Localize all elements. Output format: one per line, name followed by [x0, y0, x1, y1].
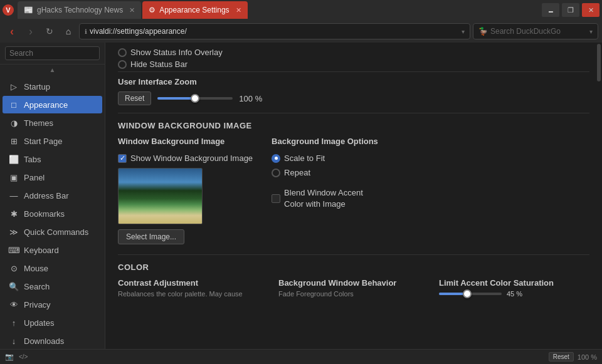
sidebar-item-label-downloads: Downloads: [24, 336, 64, 346]
wbi-preview-inner: [119, 169, 202, 224]
sidebar-item-bookmarks[interactable]: ✱ Bookmarks: [3, 205, 102, 222]
keyboard-icon: ⌨: [9, 245, 19, 255]
sidebar-item-label-bookmarks: Bookmarks: [24, 209, 65, 219]
url-text: vivaldi://settings/appearance/: [90, 27, 459, 36]
divider-3: [118, 254, 589, 255]
home-button[interactable]: ⌂: [60, 23, 77, 39]
url-bar[interactable]: ℹ vivaldi://settings/appearance/ ▾: [79, 23, 470, 39]
sidebar-item-search[interactable]: 🔍 Search: [3, 278, 102, 295]
sidebar-item-updates[interactable]: ↑ Updates: [3, 314, 102, 331]
bookmarks-icon: ✱: [9, 209, 19, 219]
accent-saturation-column: Limit Accent Color Saturation 45 %: [439, 278, 589, 298]
sidebar-item-downloads[interactable]: ↓ Downloads: [3, 332, 102, 350]
wbi-preview: [118, 168, 203, 224]
sidebar-item-quick-commands[interactable]: ≫ Quick Commands: [3, 223, 102, 241]
status-overlay-radio[interactable]: [118, 48, 127, 57]
sidebar-item-panel[interactable]: ▣ Panel: [3, 169, 102, 186]
ghacks-tab-icon: 📰: [24, 6, 33, 14]
sidebar-item-privacy[interactable]: 👁 Privacy: [3, 296, 102, 313]
sidebar-item-mouse[interactable]: ⊙ Mouse: [3, 259, 102, 277]
search-placeholder: Search DuckDuckGo: [490, 27, 587, 36]
zoom-slider-thumb[interactable]: [191, 94, 199, 103]
main-layout: ▲ ▷ Startup □ Appearance ◑ Themes ⊞ Star…: [0, 43, 602, 364]
updates-icon: ↑: [9, 318, 19, 328]
repeat-label: Repeat: [284, 168, 310, 177]
hide-status-bar-option[interactable]: Hide Status Bar: [118, 60, 589, 69]
code-icon[interactable]: </>: [19, 353, 28, 360]
search-dropdown-icon[interactable]: ▾: [589, 28, 593, 35]
tab-appearance-settings[interactable]: ⚙ Appearance Settings ✕: [142, 1, 247, 19]
select-image-button[interactable]: Select Image...: [118, 229, 184, 244]
status-overlay-label: Show Status Info Overlay: [130, 48, 223, 57]
sidebar-item-label-address-bar: Address Bar: [24, 191, 69, 200]
sidebar-item-keyboard[interactable]: ⌨ Keyboard: [3, 241, 102, 259]
reload-button[interactable]: ↻: [41, 23, 58, 39]
accent-saturation-thumb[interactable]: [463, 289, 472, 298]
sidebar-item-label-start-page: Start Page: [24, 137, 62, 146]
sidebar-items: ▷ Startup □ Appearance ◑ Themes ⊞ Start …: [0, 75, 105, 354]
divider-1: [118, 71, 589, 72]
status-reset-button[interactable]: Reset: [549, 352, 574, 361]
scrollbar-track: [597, 43, 602, 364]
scrollbar-thumb[interactable]: [597, 44, 601, 81]
blend-checkbox[interactable]: [272, 194, 280, 203]
hide-status-bar-radio[interactable]: [118, 60, 127, 69]
wbi-left-title: Window Background Image: [118, 137, 253, 146]
sidebar-item-tabs[interactable]: ⬜ Tabs: [3, 150, 102, 168]
wbi-left: Window Background Image Show Window Back…: [118, 137, 253, 244]
sidebar-item-appearance[interactable]: □ Appearance: [3, 96, 102, 113]
url-icon: ℹ: [85, 28, 87, 35]
blend-checkbox-container[interactable]: Blend Window Accent Color with Image: [272, 187, 384, 210]
tab2-close-icon[interactable]: ✕: [236, 6, 241, 14]
accent-saturation-slider-row: 45 %: [439, 290, 589, 298]
sidebar-item-startup[interactable]: ▷ Startup: [3, 78, 102, 95]
zoom-slider[interactable]: [157, 97, 233, 100]
forward-button[interactable]: ›: [23, 23, 39, 39]
back-button[interactable]: ‹: [4, 23, 20, 39]
settings-tab-icon: ⚙: [149, 6, 156, 14]
scale-to-fit-radio[interactable]: [272, 154, 280, 163]
tab-ghacks[interactable]: 📰 gHacks Technology News ✕: [18, 1, 141, 19]
status-bar: 📷 </> Reset 100 %: [0, 349, 602, 364]
contrast-column: Contrast Adjustment Rebalances the color…: [118, 278, 268, 298]
appearance-icon: □: [9, 100, 19, 110]
ui-zoom-section: User Interface Zoom Reset 100 %: [118, 77, 589, 105]
mouse-icon: ⊙: [9, 263, 19, 273]
blend-checkbox-row: Blend Window Accent Color with Image: [272, 187, 384, 210]
url-dropdown-icon[interactable]: ▾: [462, 28, 465, 35]
zoom-reset-button[interactable]: Reset: [118, 91, 151, 105]
status-overlay-option[interactable]: Show Status Info Overlay: [118, 48, 589, 57]
minimize-button[interactable]: 🗕: [542, 3, 559, 17]
accent-saturation-value: 45 %: [507, 290, 522, 298]
accent-saturation-slider[interactable]: [439, 293, 502, 295]
zoom-value-display: 100 %: [239, 94, 262, 103]
zoom-slider-track: [157, 97, 195, 100]
search-icon: 🔍: [9, 281, 19, 291]
repeat-option[interactable]: Repeat: [272, 168, 384, 177]
color-columns: Contrast Adjustment Rebalances the color…: [118, 278, 589, 298]
tab1-close-icon[interactable]: ✕: [129, 6, 135, 14]
settings-tab-label: Appearance Settings: [159, 6, 229, 14]
address-bar-icon: —: [9, 190, 19, 200]
show-wbi-checkbox-row[interactable]: Show Window Background Image: [118, 153, 253, 163]
sidebar-search-input[interactable]: [5, 46, 100, 60]
restore-button[interactable]: ❐: [562, 3, 579, 17]
camera-icon[interactable]: 📷: [5, 353, 14, 361]
show-wbi-checkbox[interactable]: [118, 154, 127, 163]
status-options: Show Status Info Overlay Hide Status Bar: [118, 43, 589, 71]
sidebar-item-start-page[interactable]: ⊞ Start Page: [3, 132, 102, 150]
sidebar-item-themes[interactable]: ◑ Themes: [3, 114, 102, 132]
close-button[interactable]: ✕: [582, 3, 599, 17]
sidebar-item-address-bar[interactable]: — Address Bar: [3, 187, 102, 204]
search-engine-icon: 🦆: [478, 27, 488, 36]
color-section: COLOR Contrast Adjustment Rebalances the…: [118, 263, 589, 298]
sidebar-scroll-up[interactable]: ▲: [0, 65, 105, 75]
scale-to-fit-option[interactable]: Scale to Fit: [272, 153, 384, 163]
repeat-radio[interactable]: [272, 169, 280, 177]
blend-label: Blend Window Accent Color with Image: [284, 187, 384, 210]
sidebar-item-label-quick-commands: Quick Commands: [24, 227, 88, 237]
downloads-icon: ↓: [9, 336, 19, 346]
search-bar[interactable]: 🦆 Search DuckDuckGo ▾: [473, 23, 598, 39]
window-controls: 🗕 ❐ ✕: [542, 3, 599, 17]
sidebar-item-label-themes: Themes: [24, 118, 53, 128]
